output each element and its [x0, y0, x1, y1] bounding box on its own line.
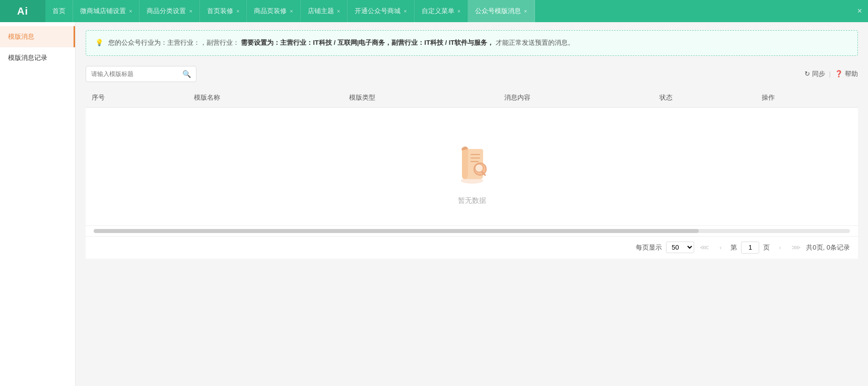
sync-icon: ↻ [805, 70, 810, 78]
close-tab-store-settings[interactable]: × [129, 8, 132, 14]
top-navigation: Ai 首页 微商城店铺设置 × 商品分类设置 × 首页装修 × 商品页装修 × … [0, 0, 868, 22]
close-tab-template-message[interactable]: × [524, 8, 527, 14]
data-table: 序号 模版名称 模版类型 消息内容 状态 操作 [86, 88, 858, 225]
tab-home-decor[interactable]: 首页装修 × [200, 0, 247, 22]
empty-illustration [447, 138, 497, 188]
close-tab-open-wechat-store[interactable]: × [404, 8, 407, 14]
help-icon: ❓ [835, 70, 843, 78]
search-input-wrap: 🔍 [86, 66, 196, 82]
sidebar-item-template-message[interactable]: 模版消息 [0, 26, 75, 47]
per-page-label: 每页显示 [636, 243, 662, 252]
col-type: 模版类型 [343, 88, 498, 108]
close-all-tabs-button[interactable]: × [851, 7, 868, 16]
notice-banner: 💡 您的公众号行业为：主营行业：，副营行业： 需要设置为：主营行业：IT科技 /… [86, 30, 858, 56]
tab-store-settings[interactable]: 微商城店铺设置 × [73, 0, 140, 22]
action-divider: | [829, 70, 831, 78]
search-left: 🔍 [86, 66, 196, 82]
main-layout: 模版消息 模版消息记录 💡 您的公众号行业为：主营行业：，副营行业： 需要设置为… [0, 22, 868, 386]
close-tab-home-decor[interactable]: × [236, 8, 239, 14]
tab-home[interactable]: 首页 [45, 0, 73, 22]
table-header: 序号 模版名称 模版类型 消息内容 状态 操作 [86, 88, 858, 108]
page-input[interactable] [741, 242, 759, 254]
pagination: 每页显示 50 20 100 ⋘ ‹ 第 页 › ⋙ 共0页, 0条记录 [86, 236, 858, 259]
tab-product-decor[interactable]: 商品页装修 × [247, 0, 300, 22]
right-actions: ↻ 同步 | ❓ 帮助 [805, 69, 858, 79]
empty-row: 暂无数据 [86, 107, 858, 225]
per-page-select[interactable]: 50 20 100 [666, 242, 694, 253]
tab-store-theme[interactable]: 店铺主题 × [301, 0, 348, 22]
app-logo: Ai [0, 0, 45, 22]
notice-icon: 💡 [95, 39, 103, 46]
next-page-button[interactable]: › [774, 242, 786, 254]
table-body: 暂无数据 [86, 107, 858, 225]
svg-point-5 [475, 164, 483, 172]
sidebar-item-template-message-record[interactable]: 模版消息记录 [0, 47, 75, 68]
page-label: 第 [730, 243, 737, 252]
empty-state: 暂无数据 [86, 108, 858, 225]
col-action: 操作 [756, 88, 858, 108]
close-tab-store-theme[interactable]: × [337, 8, 340, 14]
empty-text: 暂无数据 [458, 196, 486, 205]
nav-tabs: 首页 微商城店铺设置 × 商品分类设置 × 首页装修 × 商品页装修 × 店铺主… [45, 0, 851, 22]
search-button[interactable]: 🔍 [182, 70, 191, 78]
content-area: 💡 您的公众号行业为：主营行业：，副营行业： 需要设置为：主营行业：IT科技 /… [76, 22, 868, 386]
tab-custom-menu[interactable]: 自定义菜单 × [415, 0, 468, 22]
last-page-button[interactable]: ⋙ [790, 242, 802, 254]
total-info: 共0页, 0条记录 [806, 243, 850, 252]
search-bar: 🔍 ↻ 同步 | ❓ 帮助 [86, 66, 858, 82]
scrollbar-track[interactable] [94, 229, 850, 233]
close-tab-product-decor[interactable]: × [290, 8, 293, 14]
col-status: 状态 [653, 88, 756, 108]
col-index: 序号 [86, 88, 188, 108]
close-tab-category-settings[interactable]: × [189, 8, 192, 14]
col-name: 模版名称 [188, 88, 343, 108]
search-input[interactable] [91, 70, 182, 78]
sync-button[interactable]: ↻ 同步 [805, 69, 825, 79]
tab-category-settings[interactable]: 商品分类设置 × [140, 0, 199, 22]
sidebar: 模版消息 模版消息记录 [0, 22, 76, 386]
tab-open-wechat-store[interactable]: 开通公众号商城 × [348, 0, 414, 22]
scrollbar-area[interactable] [86, 225, 858, 236]
scrollbar-thumb[interactable] [94, 229, 699, 233]
page-unit: 页 [763, 243, 770, 252]
table-header-row: 序号 模版名称 模版类型 消息内容 状态 操作 [86, 88, 858, 108]
first-page-button[interactable]: ⋘ [698, 242, 710, 254]
close-tab-custom-menu[interactable]: × [457, 8, 460, 14]
help-button[interactable]: ❓ 帮助 [835, 69, 858, 79]
col-content: 消息内容 [498, 88, 653, 108]
prev-page-button[interactable]: ‹ [714, 242, 726, 254]
tab-template-message[interactable]: 公众号模版消息 × [468, 0, 535, 22]
